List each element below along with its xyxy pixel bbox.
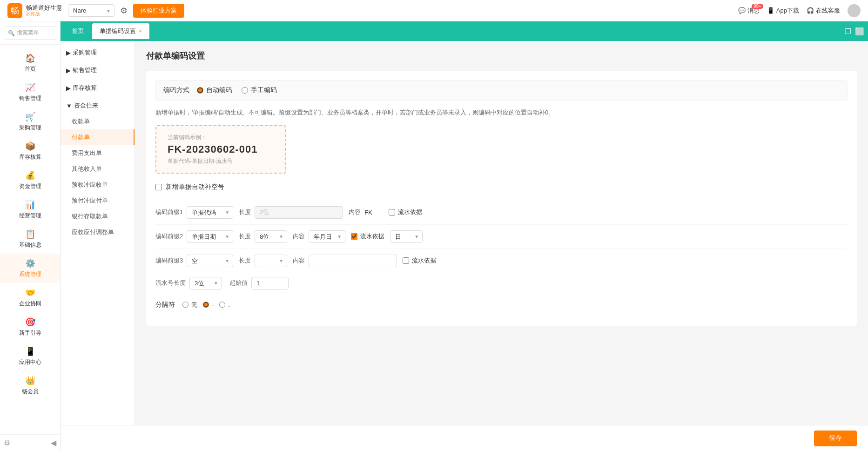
subnav-group-inventory: ▶ 库存核算 (61, 80, 135, 96)
prefix2-serial-checkbox[interactable] (351, 233, 357, 240)
encoding-method-row: 编码方式 自动编码 手工编码 (155, 80, 848, 101)
top-bar: 畅 畅通道好生意 插件版 Nare ⚙ 体验行业方案 💬 消息 99+ 📱 Ap… (0, 0, 868, 21)
app-download-button[interactable]: 📱 App下载 (767, 7, 799, 15)
prefix1-serial-label[interactable]: 流水依据 (398, 208, 422, 216)
subnav-header-purchase[interactable]: ▶ 采购管理 (61, 45, 135, 61)
save-button[interactable]: 保存 (814, 431, 857, 446)
sidebar-item-operations[interactable]: 📊 经营管理 (0, 195, 60, 224)
sidebar-search: 🔍 搜索菜单 (0, 21, 60, 45)
prefix1-select[interactable]: 单据代码 单据日期 空 部门 业务员 (187, 206, 233, 219)
subnav-item-bank-deposit[interactable]: 银行存取款单 (61, 209, 135, 224)
sidebar-item-purchase[interactable]: 🛒 采购管理 (0, 107, 60, 136)
start-value-input[interactable] (251, 277, 289, 289)
separator-label: 分隔符 (155, 301, 175, 309)
preview-desc: 单据代码-单据日期-流水号 (168, 157, 274, 165)
sidebar-collapse-button[interactable]: ◀ (51, 438, 56, 447)
subnav-item-prepay-payable[interactable]: 预付冲应付单 (61, 193, 135, 209)
sep-dash-radio-input[interactable] (203, 302, 209, 308)
tab-maximize-button[interactable]: ⬜ (855, 27, 864, 36)
subnav-header-sales[interactable]: ▶ 销售管理 (61, 62, 135, 78)
app-icon: 📱 (767, 7, 774, 14)
prefix2-content-select[interactable]: 年月日 年月 年 (309, 230, 345, 243)
prefix3-select[interactable]: 单据代码 单据日期 空 部门 业务员 (187, 255, 233, 267)
serial-number-row: 流水号长度 3位 4位 5位 6位 起始值 (155, 273, 848, 293)
user-avatar[interactable] (848, 4, 861, 17)
prefix1-length-field: 长度 (239, 206, 343, 219)
prefix2-serial-label[interactable]: 流水依据 (360, 232, 384, 241)
sep-none-radio-input[interactable] (182, 302, 188, 308)
prefix3-content-input[interactable] (309, 255, 397, 267)
prefix3-serial-checkbox[interactable] (403, 257, 409, 264)
subnav-group-sales: ▶ 销售管理 (61, 62, 135, 78)
serial-length-select[interactable]: 3位 4位 5位 6位 (189, 277, 222, 289)
prefix3-length-select[interactable] (255, 255, 287, 267)
settings-rows: 编码前缀1 单据代码 单据日期 空 部门 业务员 (155, 201, 848, 273)
prefix3-length-select-wrapper (255, 255, 287, 267)
sidebar-item-basic[interactable]: 📋 基础信息 (0, 224, 60, 254)
subnav-item-payment[interactable]: 付款单 (61, 129, 135, 145)
serial-length-field: 流水号长度 3位 4位 5位 6位 (155, 277, 222, 289)
message-button[interactable]: 💬 消息 99+ (738, 7, 760, 15)
prefix3-row: 编码前缀3 单据代码 单据日期 空 部门 业务员 (155, 249, 848, 273)
manual-code-radio[interactable]: 手工编码 (242, 86, 277, 94)
prefix2-field: 编码前缀2 单据代码 单据日期 空 部门 业务员 (155, 230, 233, 243)
preview-label: 当前编码示例： (168, 134, 274, 141)
sep-dot-radio-input[interactable] (219, 302, 225, 308)
sidebar-item-member[interactable]: 👑 畅会员 (0, 371, 60, 400)
sidebar-item-sales[interactable]: 📈 销售管理 (0, 78, 60, 107)
separator-radio-group: 无 - . (182, 301, 230, 309)
tab-restore-button[interactable]: ❐ (845, 27, 851, 36)
sales-icon: 📈 (25, 82, 35, 93)
subnav-item-expense[interactable]: 费用支出单 (61, 145, 135, 161)
sidebar-item-finance[interactable]: 💰 资金管理 (0, 166, 60, 195)
serial-length-select-wrapper: 3位 4位 5位 6位 (189, 277, 222, 289)
subnav-item-other-income[interactable]: 其他收入单 (61, 161, 135, 177)
prefix1-content-value: FK (364, 209, 383, 216)
subnav-header-capital[interactable]: ▼ 资金往来 (61, 98, 135, 114)
tab-serial-setting[interactable]: 单据编码设置 × (92, 23, 149, 39)
trial-button[interactable]: 体验行业方案 (133, 4, 184, 18)
settings-gear-button[interactable]: ⚙ (120, 6, 128, 16)
tab-close-icon[interactable]: × (139, 28, 142, 34)
sidebar-item-enterprise[interactable]: 🤝 企业协同 (0, 283, 60, 312)
sep-dash-radio[interactable]: - (203, 301, 214, 308)
sidebar-item-newbie[interactable]: 🎯 新手引导 (0, 312, 60, 342)
prefix2-length-field: 长度 8位 6位 4位 (239, 230, 287, 243)
prefix2-length-label: 长度 (239, 232, 251, 241)
sidebar-item-inventory[interactable]: 📦 库存核算 (0, 136, 60, 166)
auto-fill-checkbox[interactable] (155, 184, 162, 190)
subnav-item-adjustment[interactable]: 应收应付调整单 (61, 224, 135, 240)
prefix2-row: 编码前缀2 单据代码 单据日期 空 部门 业务员 (155, 225, 848, 249)
sidebar-settings-button[interactable]: ⚙ (4, 438, 10, 447)
sidebar-item-home[interactable]: 🏠 首页 (0, 48, 60, 78)
prefix2-length-select[interactable]: 8位 6位 4位 (255, 230, 287, 243)
auto-code-radio-input[interactable] (197, 87, 203, 94)
subnav-item-receipt[interactable]: 收款单 (61, 114, 135, 129)
auto-code-radio[interactable]: 自动编码 (197, 86, 232, 94)
manual-code-radio-input[interactable] (242, 87, 248, 94)
prefix1-serial-checkbox[interactable] (389, 209, 395, 215)
auto-fill-label[interactable]: 新增单据自动补空号 (166, 183, 224, 191)
subnav-group-capital: ▼ 资金往来 收款单 付款单 费用支出单 其他收入单 (61, 98, 135, 240)
tab-home[interactable]: 首页 (64, 23, 91, 39)
subnav-header-inventory[interactable]: ▶ 库存核算 (61, 80, 135, 96)
online-service-button[interactable]: 🎧 在线客服 (807, 7, 840, 15)
company-selector[interactable]: Nare (68, 4, 114, 17)
company-select[interactable]: Nare (68, 4, 114, 17)
sidebar-item-appcenter[interactable]: 📱 应用中心 (0, 342, 60, 371)
member-icon: 👑 (25, 376, 35, 386)
service-icon: 🎧 (807, 7, 814, 14)
sep-dot-radio[interactable]: . (219, 301, 230, 308)
sep-none-radio[interactable]: 无 (182, 301, 197, 309)
prefix3-serial-check: 流水依据 (403, 256, 436, 265)
main-page: 付款单编码设置 编码方式 自动编码 手工编码 (135, 41, 868, 425)
message-icon: 💬 (738, 7, 746, 14)
operations-icon: 📊 (25, 200, 35, 210)
sidebar-item-system[interactable]: ⚙️ 系统管理 (0, 254, 60, 283)
subnav-item-prepay-receivable[interactable]: 预收冲应收单 (61, 177, 135, 193)
search-menu-button[interactable]: 🔍 搜索菜单 (4, 26, 56, 40)
prefix3-serial-label[interactable]: 流水依据 (412, 256, 436, 265)
prefix2-select[interactable]: 单据代码 单据日期 空 部门 业务员 (187, 230, 233, 243)
prefix2-serial-unit-select[interactable]: 日 月 年 (390, 230, 423, 243)
prefix2-length-select-wrapper: 8位 6位 4位 (255, 230, 287, 243)
